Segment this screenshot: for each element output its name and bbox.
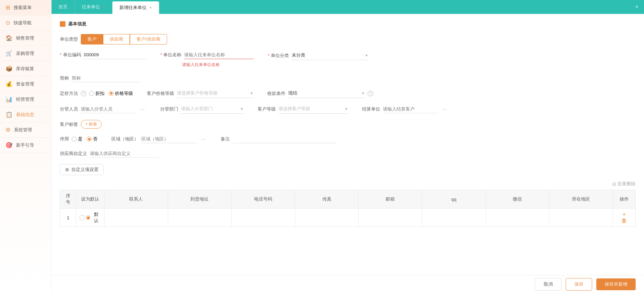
col-email: 邮箱	[359, 190, 422, 209]
row-phone[interactable]	[231, 209, 295, 227]
department-group: 分管部门 请输入分管部门 ▼	[160, 104, 244, 114]
sidebar-label-purchase: 采购管理	[16, 50, 34, 57]
row-fax[interactable]	[295, 209, 359, 227]
row-contact-input[interactable]	[108, 215, 164, 220]
customer-tag-label: 客户标签	[60, 121, 78, 128]
batch-delete-btn[interactable]: ⊟ 批量删除	[612, 181, 636, 187]
col-contact: 联系人	[104, 190, 168, 209]
add-tag-button[interactable]: + 标签	[81, 120, 102, 129]
row-wechat[interactable]	[486, 209, 549, 227]
radio-discount[interactable]: 折扣	[89, 90, 104, 97]
unit-code-input[interactable]	[84, 51, 147, 59]
unit-name-error: 请输入往来单位名称	[182, 62, 220, 67]
row-add-btn[interactable]: +	[621, 211, 627, 217]
unit-category-label: 单位分类	[268, 52, 289, 59]
tab-transaction[interactable]: 往来单位 ×	[75, 0, 112, 14]
section-title-text: 基本信息	[68, 21, 86, 27]
sidebar-item-operations[interactable]: 📊 经营管理	[0, 92, 51, 107]
btn-customer[interactable]: 客户	[81, 34, 103, 44]
tab-new-transaction-close[interactable]: ×	[149, 5, 152, 10]
sidebar-item-search[interactable]: ⊞ 搜索菜单	[0, 0, 51, 15]
department-select[interactable]: 请输入分管部门 ▼	[181, 104, 244, 114]
sidebar-item-basic-info[interactable]: 📋 基础信息	[0, 107, 51, 122]
sidebar-item-sales[interactable]: 🏠 销售管理	[0, 31, 51, 46]
settlement-unit-label: 结算单位	[362, 106, 380, 112]
row-region[interactable]	[549, 209, 613, 227]
region-group: 区域（地区） ···	[111, 135, 207, 143]
sidebar-item-guide[interactable]: 🎯 新手引导	[0, 138, 51, 153]
row-address[interactable]	[168, 209, 231, 227]
remark-input[interactable]	[233, 135, 337, 143]
tab-home[interactable]: 首页	[52, 0, 75, 14]
settlement-unit-ellipsis[interactable]: ···	[441, 106, 448, 112]
sidebar-item-inventory[interactable]: 📦 库存核算	[0, 61, 51, 76]
btn-customer-supplier[interactable]: 客户/供应商	[130, 34, 167, 44]
row-qq-input[interactable]	[426, 215, 482, 220]
manager-ellipsis[interactable]: ···	[139, 106, 146, 112]
radio-discount-circle	[89, 91, 94, 96]
row-email-input[interactable]	[362, 215, 418, 220]
disable-row: 停用 是 否 区域（地区） ··· 备注	[60, 135, 636, 143]
sidebar-item-system[interactable]: ⚙ 系统管理	[0, 122, 51, 138]
save-button[interactable]: 保存	[566, 278, 592, 291]
batch-delete-icon: ⊟	[612, 181, 616, 187]
tab-transaction-close[interactable]: ×	[103, 5, 105, 9]
customer-price-level-placeholder: 请选择客户价格等级	[177, 90, 249, 96]
row-fax-input[interactable]	[299, 215, 355, 220]
row-checkbox[interactable]	[80, 215, 85, 220]
radio-price-level[interactable]: 价格等级	[109, 90, 133, 97]
contact-table: 序号 设为默认 联系人 到货地址 电话号码 传真 邮箱 qq 微信 所在地区 操…	[60, 190, 636, 227]
row-contact[interactable]	[104, 209, 168, 227]
radio-disable-yes[interactable]: 是	[72, 136, 83, 142]
radio-disable-yes-label: 是	[78, 136, 83, 142]
main-area: 首页 往来单位 × 新增往来单位 × × 基本信息 单位类型 客户 供应商 客户…	[52, 0, 644, 293]
row-wechat-input[interactable]	[489, 215, 546, 220]
customer-price-level-select[interactable]: 请选择客户价格等级 ▼	[177, 89, 253, 98]
payment-terms-help[interactable]: ?	[368, 91, 373, 96]
customer-level-select[interactable]: 请选择客户等级 ▼	[278, 104, 348, 114]
disable-radio-group: 是 否	[72, 136, 97, 142]
customer-price-level-label: 客户价格等级	[147, 90, 174, 97]
tab-bar: 首页 往来单位 × 新增往来单位 × ×	[52, 0, 644, 14]
region-ellipsis[interactable]: ···	[200, 136, 207, 142]
sidebar-item-finance[interactable]: 💰 资金管理	[0, 76, 51, 92]
row-delete-btn[interactable]: 🗑	[620, 218, 628, 223]
custom-settings-button[interactable]: ⚙ 自定义项设置	[60, 164, 104, 175]
customer-level-chevron: ▼	[345, 107, 348, 111]
cancel-button[interactable]: 取消	[535, 278, 561, 291]
tab-new-transaction[interactable]: 新增往来单位 ×	[112, 1, 159, 14]
payment-terms-select[interactable]: 现结 ▼	[288, 89, 365, 98]
tab-bar-close-all[interactable]: ×	[630, 0, 644, 14]
row-phone-input[interactable]	[235, 215, 291, 220]
col-wechat: 微信	[486, 190, 549, 209]
row-default-radio[interactable]: 默认	[86, 211, 101, 224]
row-qq[interactable]	[422, 209, 486, 227]
disable-group: 停用 是 否	[60, 136, 97, 142]
supplier-custom-input[interactable]	[90, 149, 159, 158]
search-icon: ⊞	[6, 4, 10, 11]
unit-category-select[interactable]: 未分类 ▼	[292, 51, 368, 60]
radio-disable-no[interactable]: 否	[87, 136, 97, 142]
pricing-method-help[interactable]: ?	[81, 91, 86, 96]
region-input[interactable]	[141, 135, 197, 143]
settlement-unit-input[interactable]	[383, 105, 439, 113]
row-email[interactable]	[359, 209, 422, 227]
sidebar-item-purchase[interactable]: 🛒 采购管理	[0, 46, 51, 61]
manager-row: 分管人员 ··· 分管部门 请输入分管部门 ▼ 客户等级 请选择客户等级 ▼ 结…	[60, 104, 636, 114]
sidebar-item-quick-nav[interactable]: ⊙ 快捷导航	[0, 15, 51, 31]
radio-disable-no-circle	[87, 137, 92, 141]
btn-supplier[interactable]: 供应商	[103, 34, 130, 44]
unit-code-label: 单位编码	[60, 52, 81, 58]
table-header: 序号 设为默认 联系人 到货地址 电话号码 传真 邮箱 qq 微信 所在地区 操…	[60, 190, 636, 209]
manager-input[interactable]	[81, 105, 136, 113]
pricing-method-group: 定价方法 ? 折扣 价格等级	[60, 90, 133, 97]
save-new-button[interactable]: 保存并新增	[596, 278, 636, 290]
operations-icon: 📊	[6, 96, 13, 103]
short-name-input[interactable]	[72, 74, 141, 82]
row-region-input[interactable]	[553, 215, 609, 220]
col-default: 设为默认	[76, 190, 104, 209]
row-address-input[interactable]	[172, 215, 228, 220]
unit-name-input[interactable]	[184, 51, 254, 59]
payment-terms-label: 收款条件	[267, 90, 285, 97]
manager-label: 分管人员	[60, 106, 78, 112]
